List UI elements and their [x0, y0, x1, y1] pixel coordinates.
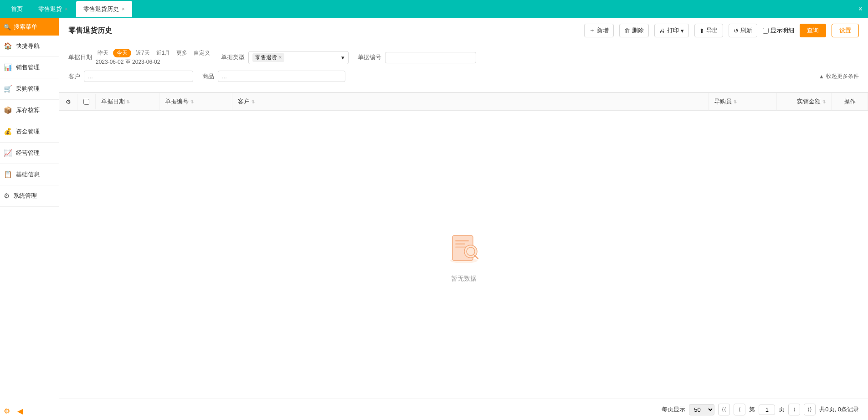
empty-state: 暂无数据: [59, 111, 868, 399]
tab-home[interactable]: 首页: [4, 1, 30, 17]
sidebar-item-sales[interactable]: 📊 销售管理: [0, 57, 59, 78]
sidebar-item-operation[interactable]: 📈 经营管理: [0, 143, 59, 164]
finance-icon: 💰: [4, 128, 12, 136]
main-layout: 🔍 搜索菜单 🏠 快捷导航 📊 销售管理 🛒 采购管理 📦 库存核算 💰 资金管…: [0, 18, 868, 420]
filter-doc-date: 单据日期 昨天 今天 近7天 近1月 更多 自定义 2023-06-02 至 2…: [68, 49, 212, 66]
print-button[interactable]: 🖨 打印 ▾: [654, 24, 689, 37]
add-button[interactable]: ＋ 新增: [584, 24, 614, 37]
next-page-button[interactable]: ⟩: [788, 404, 800, 415]
page-unit-label: 页: [779, 405, 785, 414]
collapse-button[interactable]: ▲ 收起更多条件: [819, 71, 859, 82]
th-guide[interactable]: 导购员 ⇅: [709, 93, 777, 110]
page-number-label: 第: [749, 405, 755, 414]
filter-doc-type: 单据类型 零售退货 × ▾: [221, 51, 349, 64]
first-page-button[interactable]: ⟨⟨: [718, 404, 730, 415]
show-detail-checkbox-container[interactable]: 显示明细: [763, 26, 794, 35]
tab-retail-return-history[interactable]: 零售退货历史 ×: [76, 1, 132, 17]
page-title: 零售退货历史: [68, 26, 112, 36]
customer-select[interactable]: ...: [84, 71, 193, 82]
setting-button[interactable]: 设置: [832, 24, 859, 37]
goods-select[interactable]: ...: [218, 71, 345, 82]
doc-type-label: 单据类型: [221, 53, 245, 61]
export-button[interactable]: ⬆ 导出: [694, 24, 723, 37]
purchase-icon: 🛒: [4, 85, 12, 93]
tab-retail-return-label: 零售退货: [38, 5, 62, 13]
th-number-sort-icon: ⇅: [190, 99, 194, 104]
doc-type-tag-label: 零售退货: [255, 54, 277, 61]
sidebar-item-system[interactable]: ⚙ 系统管理: [0, 185, 59, 207]
query-button[interactable]: 查询: [800, 24, 826, 37]
doc-number-input[interactable]: [385, 52, 476, 63]
sidebar-item-finance-label: 资金管理: [16, 128, 40, 136]
shortcut-custom[interactable]: 自定义: [192, 49, 212, 57]
sidebar-item-quick-nav[interactable]: 🏠 快捷导航: [0, 36, 59, 57]
total-label: 共0页, 0条记录: [819, 405, 859, 414]
operation-icon: 📈: [4, 149, 12, 157]
page-number-input[interactable]: [759, 405, 775, 415]
customer-placeholder: ...: [88, 73, 93, 80]
th-settings[interactable]: ⚙: [59, 94, 77, 110]
shortcut-yesterday[interactable]: 昨天: [96, 49, 110, 57]
filter-area: 单据日期 昨天 今天 近7天 近1月 更多 自定义 2023-06-02 至 2…: [59, 43, 868, 92]
add-icon: ＋: [589, 26, 595, 35]
filter-row-2: 客户 ... 商品 ... ▲ 收起更多条件: [68, 71, 859, 82]
header-actions: ＋ 新增 🗑 删除 🖨 打印 ▾ ⬆ 导出 ↺ 刷新: [584, 24, 859, 37]
th-customer-label: 客户: [238, 97, 250, 106]
collapse-arrow-icon: ▲: [819, 73, 824, 80]
export-label: 导出: [706, 26, 718, 35]
collapse-sidebar-icon[interactable]: ◀: [17, 407, 23, 415]
sidebar-item-quick-nav-label: 快捷导航: [16, 42, 40, 50]
add-label: 新增: [597, 26, 609, 35]
setting-label: 设置: [839, 27, 851, 34]
settings-bottom-icon[interactable]: ⚙: [4, 407, 10, 415]
sidebar-item-inventory-label: 库存核算: [16, 106, 40, 114]
th-date[interactable]: 单据日期 ⇅: [96, 93, 159, 110]
sidebar-item-sales-label: 销售管理: [16, 63, 40, 72]
show-detail-checkbox[interactable]: [763, 28, 769, 34]
shortcut-7days[interactable]: 近7天: [134, 49, 152, 57]
sidebar-item-operation-label: 经营管理: [16, 149, 40, 157]
th-number[interactable]: 单据编号 ⇅: [159, 93, 232, 110]
th-amount[interactable]: 实销金额 ⇅: [777, 93, 832, 110]
shortcut-more[interactable]: 更多: [175, 49, 189, 57]
tab-home-label: 首页: [11, 5, 23, 13]
tab-retail-return-close[interactable]: ×: [65, 6, 68, 12]
sidebar-item-finance[interactable]: 💰 资金管理: [0, 121, 59, 143]
th-customer[interactable]: 客户 ⇅: [232, 93, 709, 110]
show-detail-label: 显示明细: [770, 26, 794, 35]
doc-type-select[interactable]: 零售退货 × ▾: [248, 51, 349, 64]
doc-type-tag: 零售退货 ×: [252, 53, 284, 62]
th-operation-label: 操作: [844, 97, 856, 106]
sidebar-item-inventory[interactable]: 📦 库存核算: [0, 100, 59, 121]
prev-page-button[interactable]: ⟨: [734, 404, 745, 415]
tab-retail-return-history-close[interactable]: ×: [122, 6, 125, 12]
sidebar-item-base-info[interactable]: 📋 基础信息: [0, 164, 59, 185]
tab-retail-return[interactable]: 零售退货 ×: [31, 1, 75, 17]
window-close-button[interactable]: ×: [857, 3, 864, 15]
doc-type-tag-close[interactable]: ×: [278, 54, 282, 61]
select-all-checkbox[interactable]: [83, 99, 89, 105]
table-container: ⚙ 单据日期 ⇅ 单据编号 ⇅ 客户 ⇅ 导购员 ⇅: [59, 92, 868, 399]
shortcut-today[interactable]: 今天: [113, 49, 131, 57]
sidebar-item-purchase[interactable]: 🛒 采购管理: [0, 78, 59, 100]
page-size-select[interactable]: 50 10 20 100: [689, 404, 714, 415]
export-icon: ⬆: [699, 27, 704, 34]
last-page-button[interactable]: ⟩⟩: [804, 404, 816, 415]
filter-goods: 商品 ...: [202, 71, 345, 82]
filter-doc-number: 单据编号: [358, 52, 476, 63]
refresh-icon: ↺: [734, 27, 739, 34]
th-checkbox[interactable]: [77, 94, 96, 109]
pagination: 每页显示 50 10 20 100 ⟨⟨ ⟨ 第 页 ⟩ ⟩⟩ 共0页, 0条记…: [59, 399, 868, 420]
th-date-label: 单据日期: [101, 97, 125, 106]
shortcut-1month[interactable]: 近1月: [154, 49, 172, 57]
page-size-label: 每页显示: [662, 405, 685, 414]
refresh-button[interactable]: ↺ 刷新: [729, 24, 757, 37]
refresh-label: 刷新: [740, 26, 752, 35]
svg-line-7: [475, 256, 478, 259]
sidebar-search[interactable]: 🔍 搜索菜单: [0, 18, 59, 36]
goods-placeholder: ...: [222, 73, 227, 80]
delete-button[interactable]: 🗑 删除: [619, 24, 649, 37]
th-customer-sort-icon: ⇅: [251, 99, 255, 104]
print-icon: 🖨: [659, 27, 665, 34]
goods-label: 商品: [202, 72, 214, 81]
